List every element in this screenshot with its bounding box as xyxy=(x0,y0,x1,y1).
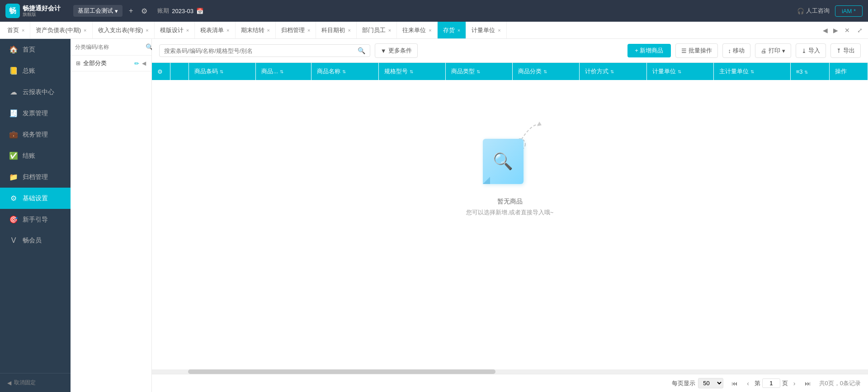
tab-close-icon[interactable]: × xyxy=(22,28,24,33)
sidebar-item-归档管理[interactable]: 📁归档管理 xyxy=(0,166,71,188)
tab-next-button[interactable]: ▶ xyxy=(830,22,841,39)
sort-icon: ⇅ xyxy=(804,70,808,75)
period-info: 账期 2023-03 📅 xyxy=(157,7,203,15)
sidebar-icon-总账: 📒 xyxy=(9,66,18,75)
scroll-thumb[interactable] xyxy=(188,369,495,374)
work-area: 🔍 ⊞ 全部分类 ✏ ◀ 🔍 ▼ xyxy=(71,39,868,392)
category-collapse-icon[interactable]: ◀ xyxy=(142,60,146,66)
import-button[interactable]: ⤓ 导入 xyxy=(796,43,826,58)
per-page-select[interactable]: 50 100 200 xyxy=(698,378,723,388)
left-panel: 🔍 ⊞ 全部分类 ✏ ◀ xyxy=(71,39,152,392)
tab-close-icon[interactable]: × xyxy=(146,28,148,33)
table-container: ⚙商品条码⇅商品...⇅商品名称⇅规格型号⇅商品类型⇅商品分类⇅计价方式⇅计量单… xyxy=(152,63,868,369)
tab-----[interactable]: 部门员工× xyxy=(357,22,397,39)
tab-close-icon[interactable]: × xyxy=(186,28,189,33)
tab-label: 税表清单 xyxy=(200,26,224,34)
tab-label: 归档管理 xyxy=(281,26,305,34)
tab---[interactable]: 存货× xyxy=(438,22,466,39)
first-page-button[interactable]: ⏮ xyxy=(728,378,741,388)
col-header-code[interactable]: 商品...⇅ xyxy=(256,63,311,80)
calendar-icon[interactable]: 📅 xyxy=(196,8,203,14)
tab-close-icon[interactable]: × xyxy=(267,28,270,33)
add-product-button[interactable]: + 新增商品 xyxy=(627,44,670,57)
col-header-action: 操作 xyxy=(829,63,868,80)
col-header-unit[interactable]: 计量单位⇅ xyxy=(646,63,713,80)
sidebar-item-发票管理[interactable]: 🧾发票管理 xyxy=(0,103,71,124)
tab-close-icon[interactable]: × xyxy=(307,28,310,33)
col-header-name[interactable]: 商品名称⇅ xyxy=(311,63,378,80)
col-header-barcode[interactable]: 商品条码⇅ xyxy=(189,63,256,80)
batch-operation-button[interactable]: ☰ 批量操作 xyxy=(675,43,718,58)
tab-close-icon[interactable]: × xyxy=(429,28,431,33)
tab----------[interactable]: 资产负债表(中期)× xyxy=(30,22,92,39)
tab-close-icon[interactable]: × xyxy=(498,28,500,33)
tab----------[interactable]: 收入支出表(年报)× xyxy=(93,22,155,39)
move-button[interactable]: ↕ 移动 xyxy=(722,43,751,58)
sidebar-item-新手引导[interactable]: 🎯新手引导 xyxy=(0,209,71,230)
tab-close-icon[interactable]: × xyxy=(226,28,229,33)
account-button[interactable]: iAM * xyxy=(835,5,863,17)
col-header-spec[interactable]: 规格型号⇅ xyxy=(378,63,445,80)
sidebar-label: 归档管理 xyxy=(23,173,48,181)
tab-----[interactable]: 税表清单× xyxy=(195,22,235,39)
tab-close-icon[interactable]: × xyxy=(84,28,86,33)
tab-----[interactable]: 往来单位× xyxy=(397,22,437,39)
print-button[interactable]: 🖨 打印 ▾ xyxy=(755,43,791,58)
sidebar-label: 结账 xyxy=(23,152,35,160)
add-tab-button[interactable]: + xyxy=(127,7,135,15)
sidebar-item-税务管理[interactable]: 💼税务管理 xyxy=(0,124,71,145)
batch-label: 批量操作 xyxy=(689,47,712,55)
sidebar-icon-基础设置: ⚙ xyxy=(9,194,18,203)
sidebar-item-结账[interactable]: ✅结账 xyxy=(0,145,71,166)
last-page-button[interactable]: ⏭ xyxy=(801,378,815,388)
tab-expand-button[interactable]: ⤢ xyxy=(854,22,866,39)
tab-----[interactable]: 归档管理× xyxy=(276,22,316,39)
col-header-category[interactable]: 商品分类⇅ xyxy=(513,63,580,80)
sidebar-icon-发票管理: 🧾 xyxy=(9,109,18,118)
app-logo: 畅 畅捷通好会计 旗舰版 xyxy=(5,4,69,18)
tab-close-icon[interactable]: × xyxy=(458,28,460,33)
col-header-main_unit[interactable]: 主计量单位⇅ xyxy=(713,63,790,80)
tab-close-icon[interactable]: × xyxy=(388,28,391,33)
pin-icon: ◀ xyxy=(7,380,11,386)
export-button[interactable]: ⤒ 导出 xyxy=(830,43,861,58)
sidebar-item-畅会员[interactable]: V畅会员 xyxy=(0,230,71,251)
tab-----[interactable]: 科目期初× xyxy=(316,22,356,39)
horizontal-scrollbar[interactable] xyxy=(152,369,868,374)
col-header-type[interactable]: 商品类型⇅ xyxy=(445,63,512,80)
product-search-icon[interactable]: 🔍 xyxy=(358,47,365,54)
col-header-col3[interactable]: ≡3⇅ xyxy=(790,63,829,80)
top-bar: 畅 畅捷通好会计 旗舰版 基层工会测试 ▾ + ⚙ 账期 2023-03 📅 🎧… xyxy=(0,0,868,22)
logo-main: 畅捷通好会计 xyxy=(23,5,61,12)
category-edit-icon[interactable]: ✏ xyxy=(134,60,139,67)
tab---[interactable]: 首页× xyxy=(2,22,30,39)
company-selector[interactable]: 基层工会测试 ▾ xyxy=(73,5,123,17)
table-footer: 每页显示 50 100 200 ⏮ ‹ 第 页 xyxy=(152,374,868,392)
help-button[interactable]: 🎧 人工咨询 xyxy=(797,7,830,15)
sidebar-item-基础设置[interactable]: ⚙基础设置 xyxy=(0,188,71,209)
category-search-input[interactable] xyxy=(75,44,143,50)
tab-close-all-button[interactable]: ✕ xyxy=(841,22,854,39)
prev-page-button[interactable]: ‹ xyxy=(743,378,753,388)
sidebar-item-首页[interactable]: 🏠首页 xyxy=(0,39,71,60)
cancel-fixed-button[interactable]: ◀ 取消固定 xyxy=(0,373,71,392)
next-page-button[interactable]: › xyxy=(790,378,799,388)
tab-----[interactable]: 计量单位× xyxy=(466,22,506,39)
headphone-icon: 🎧 xyxy=(797,8,804,14)
sidebar-icon-云报表中心: ☁ xyxy=(9,88,18,96)
product-search-input[interactable] xyxy=(164,47,355,54)
sidebar-item-云报表中心[interactable]: ☁云报表中心 xyxy=(0,81,71,103)
tab-prev-button[interactable]: ◀ xyxy=(820,22,830,39)
tab-----[interactable]: 期末结转× xyxy=(236,22,276,39)
table-header: ⚙商品条码⇅商品...⇅商品名称⇅规格型号⇅商品类型⇅商品分类⇅计价方式⇅计量单… xyxy=(152,63,868,80)
col-header-price_method[interactable]: 计价方式⇅ xyxy=(580,63,646,80)
category-header: ⊞ 全部分类 ✏ ◀ xyxy=(71,56,151,71)
tab-----[interactable]: 模版设计× xyxy=(155,22,195,39)
settings-button[interactable]: ⚙ xyxy=(139,7,149,15)
tab-close-icon[interactable]: × xyxy=(348,28,350,33)
filter-button[interactable]: ▼ 更多条件 xyxy=(375,43,418,58)
sidebar-item-总账[interactable]: 📒总账 xyxy=(0,60,71,81)
move-label: 移动 xyxy=(733,47,745,55)
page-number-input[interactable] xyxy=(762,378,780,388)
tab-label: 计量单位 xyxy=(472,26,495,34)
